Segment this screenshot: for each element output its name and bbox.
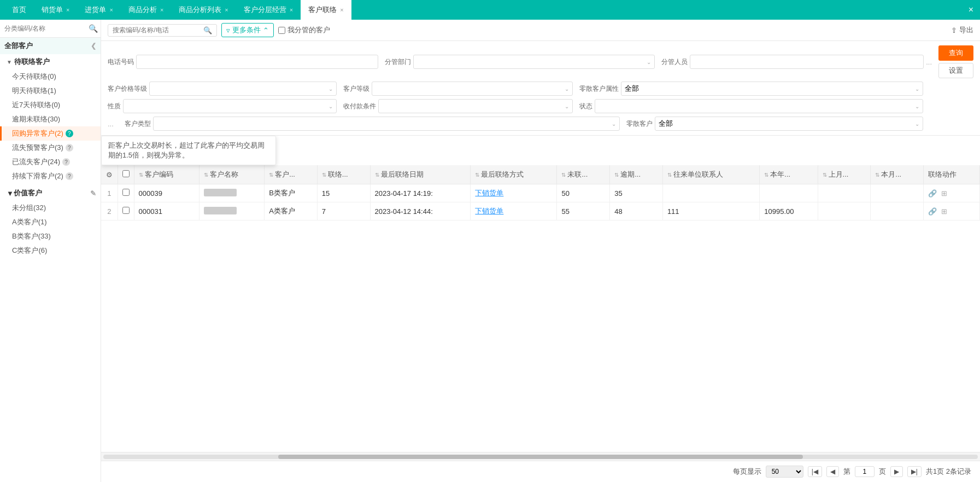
row-1-checkbox-cell[interactable] (118, 184, 134, 202)
value-group-edit-icon[interactable]: ✎ (90, 189, 96, 198)
next-page-btn[interactable]: ▶ (890, 466, 903, 477)
nav-customer-tier-close[interactable]: × (290, 7, 293, 13)
col-last-method[interactable]: 最后联络方式 (471, 165, 557, 184)
window-close-button[interactable]: × (969, 5, 973, 15)
row-2-link-icon[interactable]: 🔗 (928, 207, 937, 216)
row-1-last-method[interactable]: 下销货单 (471, 184, 557, 202)
payment-input[interactable]: ⌄ (378, 99, 572, 113)
row-1-action-icons: 🔗 ⊞ (928, 189, 975, 198)
nav-sales-order[interactable]: 销货单 × (34, 0, 77, 20)
filter-cust-grade: 客户等级 ⌄ (343, 82, 572, 96)
dept-input[interactable]: ⌄ (413, 55, 655, 69)
col-code[interactable]: 客户编码 (134, 165, 199, 184)
cust-type-input[interactable]: ⌄ (153, 117, 620, 131)
sidebar-item-ungroup[interactable]: 未分组(32) (0, 201, 101, 215)
declining-hint-icon[interactable]: ? (66, 172, 73, 180)
nature-input[interactable]: ⌄ (123, 99, 337, 113)
nav-customer-contact[interactable]: 客户联络 × (301, 0, 351, 20)
sidebar-item-abnormal[interactable]: 回购异常客户(2) ? (0, 126, 101, 141)
row-1-checkbox[interactable] (122, 189, 130, 196)
table-select-all-header[interactable] (118, 165, 134, 184)
col-contact-count[interactable]: 联络... (317, 165, 370, 184)
sidebar-value-group[interactable]: ▼ 价值客户 ✎ (0, 185, 101, 201)
sidebar-item-loss-warning[interactable]: 流失预警客户(3) ? (0, 141, 101, 155)
row-2-grid-icon[interactable]: ⊞ (941, 207, 947, 216)
person-input[interactable] (690, 55, 924, 69)
query-button[interactable]: 查询 (938, 45, 973, 61)
sidebar-item-class-a[interactable]: A类客户(1) (0, 215, 101, 229)
nav-product-analysis-list-close[interactable]: × (225, 7, 228, 13)
sidebar-item-7days[interactable]: 近7天待联络(0) (0, 98, 101, 112)
row-2-checkbox[interactable] (122, 207, 130, 214)
col-overdue[interactable]: 逾期... (610, 165, 663, 184)
status-input[interactable]: ⌄ (595, 99, 923, 113)
loss-warning-hint-icon[interactable]: ? (66, 144, 73, 152)
select-all-checkbox[interactable] (122, 170, 130, 177)
lost-hint-icon[interactable]: ? (62, 158, 70, 166)
col-uncontacted[interactable]: 未联... (557, 165, 610, 184)
nav-sales-order-close[interactable]: × (66, 7, 69, 13)
col-last-date[interactable]: 最后联络日期 (370, 165, 471, 184)
col-this-month[interactable]: 本月... (871, 165, 924, 184)
sidebar-item-class-c[interactable]: C类客户(6) (0, 243, 101, 258)
row-2-type: A类客户 (265, 202, 318, 220)
sidebar-search-input[interactable] (4, 25, 86, 32)
scroll-thumb[interactable] (278, 455, 803, 459)
nav-purchase-order[interactable]: 进货单 × (77, 0, 120, 20)
main-search-icon[interactable]: 🔍 (203, 26, 212, 34)
nav-product-analysis[interactable]: 商品分析 × (121, 0, 171, 20)
page-size-select[interactable]: 50 20 100 (766, 466, 803, 478)
nav-home[interactable]: 首页 (4, 0, 34, 20)
nav-product-analysis-list[interactable]: 商品分析列表 × (171, 0, 236, 20)
col-name[interactable]: 客户名称 (199, 165, 264, 184)
more-conditions-btn[interactable]: ▿ 更多条件 ⌃ (221, 23, 274, 37)
main-search-input[interactable] (113, 26, 203, 34)
row-2-code: 000031 (134, 202, 199, 220)
row-2-checkbox-cell[interactable] (118, 202, 134, 220)
person-dots[interactable]: ... (926, 58, 932, 66)
sidebar-item-tomorrow[interactable]: 明天待联络(1) (0, 84, 101, 98)
sidebar-item-class-b[interactable]: B类客户(33) (0, 229, 101, 243)
filter-retail-cust: 零散客户 全部 ⌄ (626, 117, 923, 131)
col-cust-type[interactable]: 客户... (265, 165, 318, 184)
col-last-month[interactable]: 上月... (818, 165, 871, 184)
phone-input[interactable] (136, 55, 378, 69)
abnormal-hint-icon[interactable]: ? (66, 130, 73, 137)
sidebar-pending-group[interactable]: ▼ 待联络客户 (0, 54, 101, 69)
row-2-last-method[interactable]: 下销货单 (471, 202, 557, 220)
sidebar-item-overdue[interactable]: 逾期未联络(30) (0, 112, 101, 126)
filter-retail-attr: 零散客户属性 全部 ⌄ (579, 82, 923, 96)
nav-purchase-order-close[interactable]: × (109, 7, 113, 13)
sidebar-collapse-btn[interactable]: ❮ (91, 42, 96, 50)
table-settings-icon[interactable]: ⚙ (101, 165, 118, 184)
page-input[interactable] (855, 466, 875, 477)
last-page-btn[interactable]: ▶| (907, 466, 922, 477)
row-1-grid-icon[interactable]: ⊞ (941, 189, 947, 198)
sidebar-item-today[interactable]: 今天待联络(0) (0, 69, 101, 84)
my-customer-checkbox-area[interactable]: 我分管的客户 (278, 25, 330, 35)
prev-page-btn[interactable]: ◀ (826, 466, 839, 477)
first-page-btn[interactable]: |◀ (808, 466, 822, 477)
my-customer-checkbox[interactable] (278, 27, 285, 34)
col-contact-person[interactable]: 往来单位联系人 (662, 165, 759, 184)
nav-product-analysis-close[interactable]: × (160, 7, 163, 13)
price-grade-input[interactable]: ⌄ (149, 82, 337, 96)
col-this-year[interactable]: 本年... (760, 165, 818, 184)
sidebar-search-area: 🔍 (0, 20, 101, 38)
settings-button[interactable]: 设置 (938, 63, 973, 78)
cust-grade-input[interactable]: ⌄ (372, 82, 572, 96)
horizontal-scrollbar[interactable] (101, 452, 980, 461)
sidebar-all-customers-header[interactable]: 全部客户 ❮ (0, 38, 101, 54)
row-1-link-icon[interactable]: 🔗 (928, 189, 937, 198)
retail-attr-input[interactable]: 全部 ⌄ (621, 82, 923, 96)
sidebar-search-icon[interactable]: 🔍 (89, 24, 98, 33)
export-button[interactable]: ⇧ 导出 (951, 25, 973, 35)
retail-cust-input[interactable]: 全部 ⌄ (655, 117, 923, 131)
nav-customer-tier[interactable]: 客户分层经营 × (236, 0, 301, 20)
row-2-name (199, 202, 264, 220)
sidebar-item-lost[interactable]: 已流失客户(24) ? (0, 155, 101, 169)
sidebar-item-declining[interactable]: 持续下滑客户(2) ? (0, 169, 101, 183)
scroll-track[interactable] (103, 455, 978, 459)
nav-customer-contact-close[interactable]: × (340, 7, 343, 13)
row4-dots[interactable]: ... (108, 120, 114, 128)
